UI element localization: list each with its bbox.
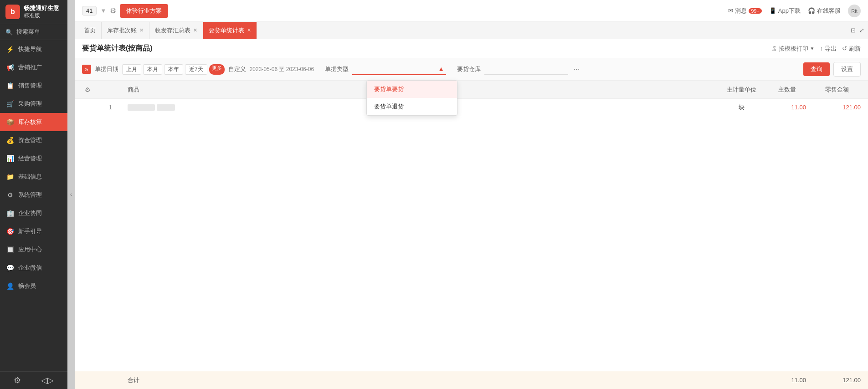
export-btn[interactable]: ↑ 导出 <box>820 45 837 53</box>
sidebar-item-wechat[interactable]: 💬 企业微信 <box>0 259 67 277</box>
refresh-icon: ↺ <box>842 45 847 52</box>
type-select-input[interactable] <box>352 64 436 74</box>
tab-home[interactable]: 首页 <box>78 22 102 39</box>
message-badge: 99+ <box>749 8 762 14</box>
sidebar-item-purchase[interactable]: 🛒 采购管理 <box>0 95 67 113</box>
footer-amount: 121.00 <box>810 373 864 387</box>
promo-button[interactable]: 体验行业方案 <box>120 4 168 18</box>
filter-expand-btn[interactable]: » <box>82 65 91 74</box>
tabs-bar: 首页 库存批次账 ✕ 收发存汇总表 ✕ 要货单统计表 ✕ ⊡ ⤢ <box>75 22 868 39</box>
date-btn-last-7-days[interactable]: 近7天 <box>185 64 207 75</box>
search-menu-label: 搜索菜单 <box>16 28 40 36</box>
query-button[interactable]: 查询 <box>803 62 830 76</box>
topbar: 41 ▼ ⚙ 体验行业方案 ✉ 消息 99+ 📱 App下载 🎧 在线客服 Ri… <box>75 0 868 22</box>
th-settings: ⚙ <box>78 82 97 97</box>
date-custom-btn[interactable]: 自定义 <box>228 65 246 73</box>
dropdown-item-order-return[interactable]: 要货单退货 <box>367 98 457 115</box>
tab-order-summary[interactable]: 要货单统计表 ✕ <box>203 22 257 39</box>
date-btn-last-month[interactable]: 上月 <box>122 64 141 75</box>
footer-settings-col <box>78 377 97 384</box>
search-menu-item[interactable]: 🔍 搜索菜单 <box>0 24 67 40</box>
td-settings-col <box>78 105 97 110</box>
headset-icon: 🎧 <box>808 7 815 14</box>
date-label: 单据日期 <box>95 65 118 73</box>
purchase-icon: 🛒 <box>5 99 15 108</box>
sidebar-item-label: 营销推广 <box>18 63 42 72</box>
tab-receive-summary-label: 收发存汇总表 <box>155 26 190 35</box>
sidebar-nav: ⚡ 快捷导航 📢 营销推广 📋 销售管理 🛒 采购管理 📦 库存核算 💰 资金管… <box>0 40 67 371</box>
settings-bottom-btn[interactable]: ⚙ <box>14 375 21 385</box>
topbar-settings-icon[interactable]: ⚙ <box>110 6 116 15</box>
collapse-bottom-btn[interactable]: ◁▷ <box>41 375 54 385</box>
basic-icon: 📁 <box>5 172 15 181</box>
tab-order-summary-close[interactable]: ✕ <box>247 27 251 33</box>
sidebar-item-label: 应用中心 <box>18 246 42 254</box>
topbar-number: 41 <box>82 6 97 15</box>
sidebar-item-finance[interactable]: 💰 资金管理 <box>0 131 67 149</box>
app-download-label: App下载 <box>778 7 801 15</box>
sidebar-item-quick_nav[interactable]: ⚡ 快捷导航 <box>0 40 67 58</box>
tab-inventory-batch[interactable]: 库存批次账 ✕ <box>102 22 149 39</box>
sidebar-item-label: 销售管理 <box>18 82 42 90</box>
sidebar-item-enterprise[interactable]: 🏢 企业协同 <box>0 204 67 222</box>
sales-icon: 📋 <box>5 81 15 90</box>
sidebar-item-label: 企业协同 <box>18 209 42 217</box>
page-content: 要货单统计表(按商品) 🖨 按模板打印 ▼ ↑ 导出 ↺ 刷新 » <box>75 39 868 389</box>
sidebar-item-member[interactable]: 👤 畅会员 <box>0 277 67 295</box>
support-item[interactable]: 🎧 在线客服 <box>808 7 841 15</box>
refresh-btn[interactable]: ↺ 刷新 <box>842 45 861 53</box>
chevron-down-icon: ▼ <box>810 46 815 51</box>
sidebar-item-label: 经营管理 <box>18 154 42 163</box>
td-qty: 11.00 <box>764 101 810 113</box>
footer-unit <box>719 377 764 384</box>
th-unit: 主计量单位 <box>719 82 764 97</box>
avatar[interactable]: Rit <box>848 5 861 17</box>
sidebar-item-label: 资金管理 <box>18 136 42 144</box>
tabs-window-btns: ⊡ ⤢ <box>851 27 868 34</box>
inventory-icon: 📦 <box>5 118 15 127</box>
app-logo: b 畅捷通好生意 标准版 <box>0 0 67 24</box>
sidebar-item-basic[interactable]: 📁 基础信息 <box>0 168 67 186</box>
tab-expand-icon[interactable]: ⤢ <box>859 27 864 34</box>
date-btn-this-year[interactable]: 本年 <box>164 64 183 75</box>
tab-home-label: 首页 <box>84 26 96 35</box>
search-icon: 🔍 <box>5 29 13 36</box>
finance-icon: 💰 <box>5 136 15 145</box>
filter-bar: » 单据日期 上月 本月 本年 近7天 更多 自定义 2023-05-06 至 … <box>75 58 868 81</box>
message-item[interactable]: ✉ 消息 99+ <box>728 7 762 15</box>
page-title: 要货单统计表(按商品) <box>82 44 153 53</box>
tab-inventory-batch-label: 库存批次账 <box>107 26 137 35</box>
print-template-btn[interactable]: 🖨 按模板打印 ▼ <box>771 45 815 53</box>
date-more-badge[interactable]: 更多 <box>209 64 225 75</box>
type-dropdown: 要货单要货 要货单退货 <box>366 80 457 116</box>
quick-nav-icon: ⚡ <box>5 45 15 54</box>
sidebar-item-marketing[interactable]: 📢 营销推广 <box>0 58 67 77</box>
app-name: 畅捷通好生意 标准版 <box>24 5 59 19</box>
tab-receive-summary[interactable]: 收发存汇总表 ✕ <box>149 22 203 39</box>
main-area: 41 ▼ ⚙ 体验行业方案 ✉ 消息 99+ 📱 App下载 🎧 在线客服 Ri… <box>75 0 868 389</box>
sidebar-item-system[interactable]: ⚙ 系统管理 <box>0 186 67 204</box>
message-icon: ✉ <box>728 7 733 14</box>
date-btn-this-month[interactable]: 本月 <box>143 64 162 75</box>
tab-inventory-batch-close[interactable]: ✕ <box>139 27 144 33</box>
dropdown-item-order-goods[interactable]: 要货单要货 <box>367 81 457 98</box>
type-chevron-icon[interactable]: ▲ <box>436 65 446 72</box>
sidebar-item-label: 库存核算 <box>18 118 42 126</box>
filter-more-btn[interactable]: ··· <box>574 65 580 73</box>
warehouse-input[interactable] <box>484 64 568 75</box>
sidebar-item-inventory[interactable]: 📦 库存核算 <box>0 113 67 131</box>
tab-receive-summary-close[interactable]: ✕ <box>193 27 197 33</box>
sidebar-item-app-center[interactable]: 🔲 应用中心 <box>0 241 67 259</box>
warehouse-label: 要货仓库 <box>457 65 481 73</box>
sidebar-item-sales[interactable]: 📋 销售管理 <box>0 77 67 95</box>
enterprise-icon: 🏢 <box>5 209 15 218</box>
tab-restore-icon[interactable]: ⊡ <box>851 27 856 34</box>
settings-button[interactable]: 设置 <box>833 62 861 77</box>
sidebar-item-label: 系统管理 <box>18 191 42 199</box>
sidebar-item-guide[interactable]: 🎯 新手引导 <box>0 222 67 241</box>
sidebar-collapse-handle[interactable]: ‹ <box>67 0 75 389</box>
sidebar-bottom: ⚙ ◁▷ <box>0 371 67 389</box>
app-download-item[interactable]: 📱 App下载 <box>769 7 801 15</box>
table-settings-icon[interactable]: ⚙ <box>85 86 91 93</box>
sidebar-item-operation[interactable]: 📊 经营管理 <box>0 149 67 168</box>
